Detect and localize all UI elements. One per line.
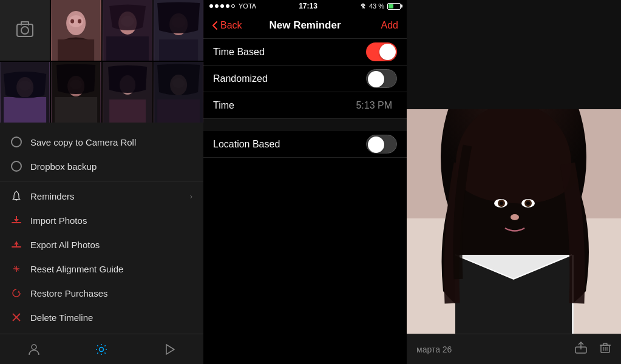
right-photo[interactable] (407, 109, 621, 334)
battery-icon (387, 3, 401, 10)
back-button[interactable]: Back (212, 20, 259, 31)
svg-marker-35 (14, 241, 19, 244)
time-based-row: Time Based (203, 39, 407, 66)
svg-rect-13 (159, 39, 198, 61)
trash-button[interactable] (599, 342, 611, 357)
restore-label: Restore Purchases (30, 288, 108, 298)
trash-icon (599, 342, 611, 354)
nav-bar: Back New Reminder Add (203, 12, 407, 39)
reset-item[interactable]: Reset Alignment Guide (0, 257, 203, 281)
photo-cell[interactable] (154, 62, 203, 123)
time-value: 5:13 PM (356, 100, 392, 111)
svg-point-58 (526, 201, 530, 205)
signal-area: YOTA (209, 2, 256, 10)
signal-dot (215, 4, 219, 8)
right-bottom-bar: марта 26 (407, 334, 621, 364)
reminder-separator (203, 119, 407, 131)
import-item[interactable]: Import Photos (0, 208, 203, 232)
time-label: Time (213, 100, 356, 111)
camera-roll-label: Save copy to Camera Roll (30, 137, 136, 147)
randomized-label: Randomized (213, 73, 366, 84)
photo-cell[interactable] (154, 0, 203, 61)
export-icon (11, 239, 22, 250)
svg-rect-46 (407, 0, 621, 109)
randomized-row: Randomized (203, 66, 407, 92)
delete-label: Delete Timeline (30, 312, 93, 323)
photo-cell[interactable] (0, 62, 50, 123)
right-panel: марта 26 (407, 0, 621, 364)
photo-date: марта 26 (416, 345, 575, 354)
svg-point-57 (500, 201, 503, 205)
chevron-right-icon: › (190, 192, 192, 201)
reminders-label: Reminders (30, 191, 75, 201)
left-panel: Save copy to Camera Roll Dropbox backup … (0, 0, 203, 364)
photo-cell[interactable] (103, 0, 152, 61)
svg-rect-28 (157, 99, 200, 123)
svg-rect-33 (12, 246, 21, 248)
svg-point-5 (78, 19, 81, 24)
status-bar: YOTA 17:13 43 % (203, 0, 407, 12)
reminders-item[interactable]: Reminders › (0, 181, 203, 208)
time-row[interactable]: Time 5:13 PM (203, 92, 407, 119)
reset-label: Reset Alignment Guide (30, 264, 123, 274)
add-button[interactable]: Add (351, 20, 398, 31)
svg-rect-9 (106, 36, 149, 61)
back-chevron-icon (212, 21, 218, 30)
restore-item[interactable]: Restore Purchases (0, 281, 203, 305)
dropbox-label: Dropbox backup (30, 161, 97, 172)
randomized-toggle[interactable] (366, 69, 397, 88)
svg-rect-3 (58, 39, 94, 61)
svg-rect-30 (12, 222, 21, 223)
bell-icon (11, 190, 22, 201)
photo-grid (0, 0, 203, 123)
back-label: Back (220, 20, 242, 31)
import-label: Import Photos (30, 215, 87, 226)
svg-point-4 (70, 19, 74, 24)
photo-cell[interactable] (103, 62, 152, 123)
camera-roll-item[interactable]: Save copy to Camera Roll (0, 130, 203, 154)
share-button[interactable] (575, 342, 587, 357)
middle-panel: YOTA 17:13 43 % Back New Reminder Add (203, 0, 407, 364)
bluetooth-icon (360, 3, 366, 9)
svg-rect-17 (4, 97, 46, 123)
svg-point-43 (32, 345, 36, 349)
delete-icon (11, 312, 22, 323)
signal-dot (209, 4, 213, 8)
location-based-toggle[interactable] (366, 135, 397, 153)
settings-tab[interactable] (88, 336, 115, 363)
top-decorative-svg (407, 0, 621, 109)
photo-cell[interactable] (51, 0, 101, 61)
toggle-thumb (368, 71, 384, 87)
time-based-label: Time Based (213, 47, 366, 58)
time-based-toggle[interactable] (366, 42, 397, 61)
reminder-list: Time Based Randomized Time 5:13 PM Locat… (203, 39, 407, 364)
location-based-label: Location Based (213, 139, 366, 150)
svg-marker-32 (14, 219, 19, 222)
status-time: 17:13 (299, 2, 317, 10)
export-item[interactable]: Export All Photos (0, 232, 203, 257)
person-tab[interactable] (21, 336, 47, 363)
restore-icon (11, 288, 22, 298)
toggle-thumb (379, 44, 396, 60)
delete-item[interactable]: Delete Timeline (0, 305, 203, 329)
menu-section: Save copy to Camera Roll Dropbox backup … (0, 123, 203, 334)
location-based-row: Location Based (203, 131, 407, 158)
bottom-tab-bar (0, 334, 203, 364)
play-tab[interactable] (156, 336, 183, 363)
photo-cell[interactable] (51, 62, 101, 123)
svg-rect-21 (55, 97, 97, 123)
battery-percent: 43 % (369, 2, 384, 10)
toggle-thumb (368, 136, 384, 153)
circle-icon (11, 136, 22, 147)
svg-point-59 (511, 214, 519, 220)
battery-fill (389, 4, 393, 8)
svg-point-44 (100, 347, 104, 351)
camera-cell[interactable] (0, 0, 50, 61)
photo-svg (407, 109, 621, 334)
circle-icon (11, 161, 22, 172)
status-right: 43 % (360, 2, 401, 10)
photo-actions (575, 342, 611, 357)
export-label: Export All Photos (30, 240, 100, 250)
dropbox-item[interactable]: Dropbox backup (0, 154, 203, 178)
signal-dot (226, 4, 229, 8)
